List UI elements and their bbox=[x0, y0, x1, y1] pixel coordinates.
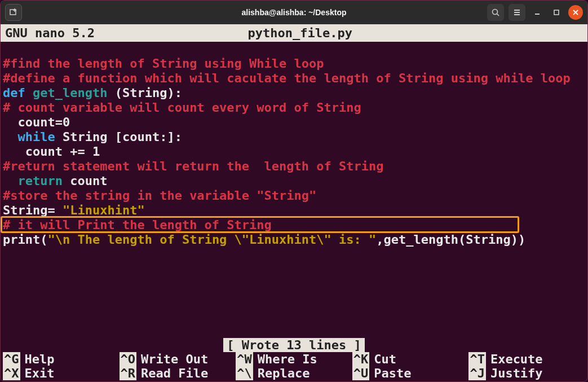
shortcut-key: ^J bbox=[468, 366, 486, 380]
new-tab-icon bbox=[9, 8, 18, 17]
code-text: String= bbox=[3, 203, 63, 217]
nano-app-label: GNU nano 5.2 bbox=[5, 26, 248, 40]
maximize-button[interactable] bbox=[549, 5, 564, 20]
shortcut-paste: ^UPaste bbox=[352, 366, 469, 380]
nano-file-label: python_file.py bbox=[248, 26, 352, 40]
shortcut-label: Paste bbox=[374, 366, 411, 380]
shortcut-key: ^R bbox=[120, 366, 137, 380]
code-line: # it will Print the length of String bbox=[3, 218, 272, 232]
shortcut-key: ^X bbox=[3, 366, 20, 380]
maximize-icon bbox=[553, 9, 560, 16]
status-bar: [ Wrote 13 lines ] bbox=[1, 338, 587, 352]
shortcut-label: Replace bbox=[258, 366, 310, 380]
window-titlebar: alishba@alishba: ~/Desktop bbox=[1, 1, 587, 24]
shortcut-label: Read File bbox=[141, 366, 208, 380]
code-line: #store the string in the variable "Strin… bbox=[3, 188, 316, 203]
code-line: count += 1 bbox=[3, 144, 100, 159]
shortcut-exit: ^XExit bbox=[3, 366, 120, 380]
code-line: #define a function which will caculate t… bbox=[3, 71, 571, 85]
string-literal: "\n The length of String \"Linuxhint\" i… bbox=[47, 232, 376, 247]
shortcut-key: ^K bbox=[352, 352, 370, 366]
shortcut-label: Help bbox=[25, 352, 55, 366]
shortcut-label: Execute bbox=[490, 352, 543, 366]
shortcut-label: Cut bbox=[374, 352, 396, 366]
keyword-def: def bbox=[3, 86, 25, 100]
code-text: count bbox=[63, 174, 107, 188]
shortcut-label: Justify bbox=[490, 366, 543, 380]
shortcut-where-is: ^WWhere Is bbox=[236, 352, 352, 366]
shortcut-key: ^U bbox=[352, 366, 370, 380]
shortcut-key: ^O bbox=[120, 352, 137, 366]
search-button[interactable] bbox=[487, 4, 504, 21]
code-line: count=0 bbox=[3, 115, 70, 129]
menu-button[interactable] bbox=[509, 4, 525, 21]
code-text: (String): bbox=[107, 86, 182, 100]
string-literal: "Linuxhint" bbox=[63, 203, 145, 217]
shortcut-execute: ^TExecute bbox=[468, 352, 585, 366]
code-line: # count variable will count every word o… bbox=[3, 100, 361, 115]
editor-area[interactable]: #find the length of String using While l… bbox=[1, 42, 587, 338]
code-line: #return statement will return the length… bbox=[3, 159, 384, 173]
keyword-while: while bbox=[3, 130, 55, 144]
svg-line-4 bbox=[497, 14, 499, 16]
shortcut-cut: ^KCut bbox=[352, 352, 469, 366]
svg-point-3 bbox=[493, 10, 498, 15]
minimize-button[interactable] bbox=[530, 5, 545, 20]
minimize-icon bbox=[534, 9, 541, 16]
status-text: [ Wrote 13 lines ] bbox=[223, 338, 364, 352]
code-text: String [count:]: bbox=[55, 130, 182, 144]
svg-rect-9 bbox=[554, 10, 559, 15]
shortcut-key: ^T bbox=[468, 352, 486, 366]
shortcut-help: ^GHelp bbox=[3, 352, 120, 366]
shortcut-key: ^\ bbox=[236, 366, 253, 380]
nano-header: GNU nano 5.2 python_file.py bbox=[1, 24, 587, 42]
shortcut-justify: ^JJustify bbox=[468, 366, 585, 380]
terminal-window: alishba@alishba: ~/Desktop bbox=[0, 0, 588, 382]
shortcut-label: Where Is bbox=[258, 352, 317, 366]
function-name: get_length bbox=[25, 86, 108, 100]
new-tab-button[interactable] bbox=[5, 4, 22, 21]
search-icon bbox=[491, 8, 500, 17]
shortcut-label: Write Out bbox=[141, 352, 208, 366]
hamburger-icon bbox=[512, 8, 521, 17]
titlebar-right bbox=[487, 4, 583, 21]
shortcut-label: Exit bbox=[25, 366, 55, 380]
keyword-return: return bbox=[3, 174, 63, 188]
close-button[interactable] bbox=[568, 5, 583, 20]
shortcut-bar: ^GHelp ^OWrite Out ^WWhere Is ^KCut ^TEx… bbox=[1, 352, 587, 381]
shortcut-key: ^G bbox=[3, 352, 20, 366]
shortcut-write-out: ^OWrite Out bbox=[120, 352, 236, 366]
close-icon bbox=[572, 9, 579, 16]
shortcut-key: ^W bbox=[236, 352, 253, 366]
shortcut-replace: ^\Replace bbox=[236, 366, 352, 380]
code-line: #find the length of String using While l… bbox=[3, 56, 324, 71]
code-text: print( bbox=[3, 232, 47, 247]
code-text: ,get_length(String)) bbox=[376, 232, 525, 247]
shortcut-read-file: ^RRead File bbox=[120, 366, 236, 380]
